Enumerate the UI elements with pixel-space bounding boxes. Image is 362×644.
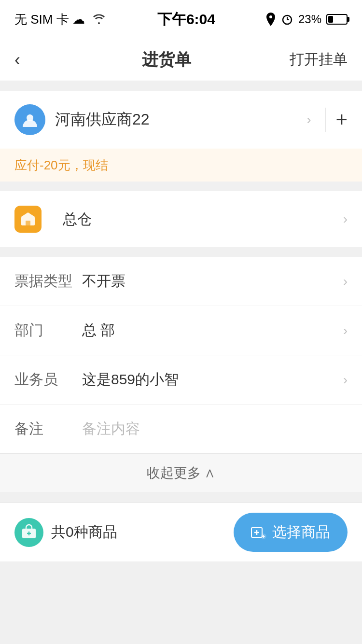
alarm-icon — [281, 13, 293, 26]
form-section: 票据类型 不开票 › 部门 总 部 › 业务员 这是859的小智 › 备注 备注… — [0, 257, 362, 453]
invoice-type-row[interactable]: 票据类型 不开票 › — [0, 257, 362, 306]
product-count-text: 共0种商品 — [51, 522, 117, 542]
product-count-wrap: 共0种商品 — [14, 518, 117, 547]
info-banner: 应付-20元，现结 — [0, 149, 362, 182]
select-product-label: 选择商品 — [272, 522, 330, 542]
invoice-type-chevron-icon: › — [343, 274, 348, 289]
add-supplier-button[interactable]: + — [335, 110, 348, 130]
supplier-section: 河南供应商22 › + 应付-20元，现结 — [0, 91, 362, 182]
back-button[interactable]: ‹ — [14, 50, 43, 70]
salesperson-chevron-icon: › — [343, 372, 348, 388]
department-chevron-icon: › — [343, 323, 348, 338]
remark-label: 备注 — [14, 419, 72, 439]
salesperson-value: 这是859的小智 — [72, 370, 338, 390]
location-icon — [265, 13, 276, 26]
salesperson-label: 业务员 — [14, 370, 72, 390]
open-pending-button[interactable]: 打开挂单 — [290, 50, 348, 70]
department-label: 部门 — [14, 321, 72, 340]
section-gap-2 — [0, 182, 362, 191]
product-icon-wrap — [14, 518, 43, 547]
remark-row[interactable]: 备注 备注内容 — [0, 404, 362, 453]
supplier-row[interactable]: 河南供应商22 › + — [0, 91, 362, 149]
salesperson-row[interactable]: 业务员 这是859的小智 › — [0, 355, 362, 404]
warehouse-chevron-icon: › — [343, 211, 348, 227]
section-gap-3 — [0, 247, 362, 257]
sim-label: 无 SIM 卡 ☁ — [14, 11, 85, 28]
collapse-row[interactable]: 收起更多 ∧ — [0, 453, 362, 492]
section-gap-4 — [0, 492, 362, 502]
supplier-chevron-icon: › — [306, 112, 311, 127]
invoice-type-label: 票据类型 — [14, 271, 72, 291]
department-row[interactable]: 部门 总 部 › — [0, 306, 362, 355]
remark-input[interactable]: 备注内容 — [72, 419, 348, 439]
supplier-avatar — [14, 104, 45, 135]
department-value: 总 部 — [72, 321, 338, 340]
page-title: 进货单 — [142, 49, 191, 71]
battery-label: 23% — [298, 13, 321, 26]
select-product-button[interactable]: 选择商品 — [234, 513, 348, 552]
status-time: 下午6:04 — [157, 10, 215, 29]
warehouse-name: 总仓 — [53, 210, 338, 229]
bottom-bar: 共0种商品 选择商品 — [0, 503, 362, 561]
nav-bar: ‹ 进货单 打开挂单 — [0, 39, 362, 81]
status-left: 无 SIM 卡 ☁ — [14, 11, 107, 28]
battery-icon — [326, 14, 348, 25]
warehouse-row[interactable]: 总仓 › — [0, 191, 362, 247]
invoice-type-value: 不开票 — [72, 271, 338, 291]
svg-rect-5 — [26, 221, 30, 225]
supplier-name: 河南供应商22 — [55, 109, 306, 130]
status-right: 23% — [265, 13, 348, 26]
status-bar: 无 SIM 卡 ☁ 下午6:04 23% — [0, 0, 362, 39]
warehouse-section: 总仓 › — [0, 191, 362, 247]
select-product-icon — [251, 526, 266, 539]
section-gap-1 — [0, 81, 362, 91]
wifi-icon — [91, 14, 107, 25]
supplier-divider — [325, 108, 326, 132]
warehouse-icon-wrap — [14, 206, 42, 233]
collapse-label: 收起更多 ∧ — [147, 464, 216, 482]
page-background — [0, 561, 362, 644]
